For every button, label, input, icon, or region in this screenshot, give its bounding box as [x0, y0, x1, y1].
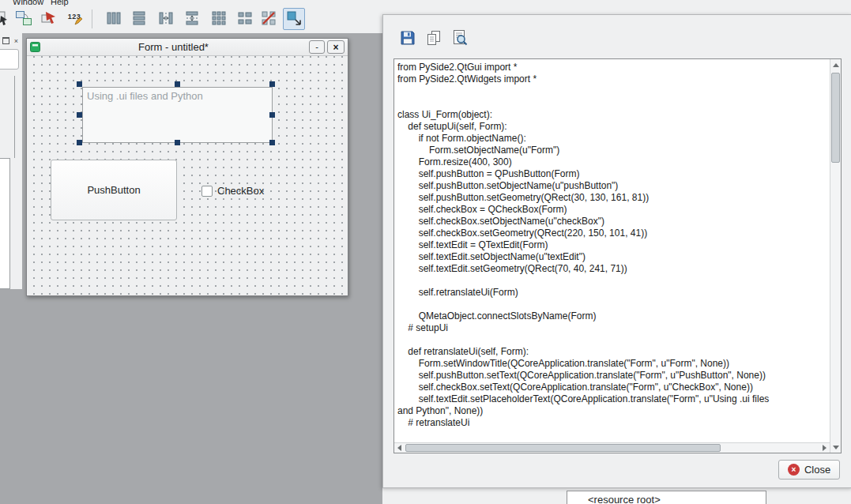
textedit-placeholder: Using .ui files and Python	[83, 88, 272, 104]
dock-panel-edge	[14, 76, 15, 158]
layout-vertical-splitter-icon	[183, 9, 201, 29]
horizontal-scroll-thumb[interactable]	[405, 444, 721, 452]
layout-grid-icon	[210, 9, 228, 29]
form-titlebar[interactable]: Form - untitled* - ×	[27, 39, 348, 56]
form-minimize-button[interactable]: -	[309, 40, 325, 54]
tab-order-button[interactable]: 123	[63, 8, 85, 30]
arrow-down-icon	[833, 446, 839, 449]
edit-buddies-button[interactable]	[38, 8, 60, 30]
selection-handle[interactable]	[269, 112, 275, 118]
edit-signals-slots-button[interactable]	[13, 8, 35, 30]
widget-filter-input[interactable]	[0, 49, 19, 70]
layout-vertical-button[interactable]	[128, 8, 150, 30]
layout-horizontal-splitter-icon	[157, 9, 175, 29]
edit-buddies-icon	[40, 9, 58, 29]
checkbox-label: CheckBox	[217, 185, 264, 197]
find-button[interactable]	[449, 28, 471, 50]
scroll-down-button[interactable]	[830, 442, 841, 453]
main-toolbar: 123	[0, 6, 382, 33]
toolbar-separator	[92, 9, 92, 28]
horizontal-scrollbar[interactable]	[394, 442, 830, 453]
vertical-scroll-thumb[interactable]	[831, 73, 840, 163]
arrow-right-icon	[823, 445, 827, 451]
dock-float-icon	[2, 37, 9, 44]
scroll-left-button[interactable]	[394, 443, 405, 453]
form-designer-window: Form - untitled* - × Using .ui files and…	[26, 38, 348, 296]
close-button-label: Close	[804, 464, 830, 476]
layout-horizontal-icon	[105, 9, 122, 29]
form-close-button[interactable]: ×	[327, 40, 345, 54]
scroll-right-button[interactable]	[819, 443, 830, 453]
widget-box-dock: ×	[0, 33, 22, 289]
pushbutton-widget[interactable]: PushButton	[51, 160, 177, 220]
code-preview-dialog: from PySide2.QtGui import * from PySide2…	[382, 14, 851, 488]
designer-form-icon	[30, 42, 40, 52]
find-icon	[451, 29, 469, 49]
copy-button[interactable]	[423, 28, 445, 50]
break-layout-icon	[260, 9, 277, 29]
textedit-widget[interactable]: Using .ui files and Python	[82, 87, 273, 143]
close-button[interactable]: × Close	[778, 460, 840, 480]
adjust-size-button[interactable]	[283, 8, 305, 30]
selection-handle[interactable]	[77, 140, 82, 145]
pencil-icon	[74, 16, 83, 28]
scroll-up-button[interactable]	[830, 59, 841, 70]
dock-close-icon: ×	[14, 37, 18, 45]
application-window: Window Help 123	[0, 0, 851, 504]
resource-root-item[interactable]: <resource root>	[588, 494, 661, 504]
menubar: Window Help	[0, 0, 851, 6]
selection-handle[interactable]	[175, 81, 180, 87]
dock-float-button[interactable]	[2, 36, 10, 45]
widget-box-list[interactable]	[0, 158, 10, 289]
layout-vertical-splitter-button[interactable]	[181, 8, 203, 30]
close-icon: ×	[788, 464, 800, 476]
checkbox-indicator	[201, 186, 213, 197]
dock-close-button[interactable]: ×	[12, 36, 21, 45]
menu-item-help[interactable]: Help	[51, 0, 69, 6]
form-window-title: Form - untitled*	[40, 41, 307, 53]
layout-form-button[interactable]	[234, 8, 256, 30]
layout-horizontal-button[interactable]	[103, 8, 125, 30]
selection-handle[interactable]	[77, 81, 82, 87]
layout-vertical-icon	[130, 9, 148, 29]
edit-signals-slots-icon	[15, 9, 32, 29]
selection-handle[interactable]	[269, 140, 275, 145]
arrow-up-icon	[833, 63, 839, 67]
save-icon	[399, 29, 416, 49]
menu-item-window[interactable]: Window	[13, 0, 43, 6]
edit-widgets-icon	[0, 9, 10, 29]
edit-widgets-button[interactable]	[0, 8, 13, 30]
arrow-left-icon	[397, 445, 401, 451]
selection-handle[interactable]	[269, 81, 275, 87]
resource-browser-panel: <resource root>	[567, 491, 766, 504]
form-canvas[interactable]: Using .ui files and Python PushButton Ch…	[27, 56, 348, 295]
copy-icon	[425, 29, 442, 49]
vertical-scrollbar[interactable]	[830, 59, 841, 453]
save-button[interactable]	[397, 28, 419, 50]
break-layout-button[interactable]	[258, 8, 280, 30]
selection-handle[interactable]	[175, 140, 180, 145]
layout-grid-button[interactable]	[208, 8, 230, 30]
code-editor[interactable]: from PySide2.QtGui import * from PySide2…	[393, 58, 842, 453]
code-text[interactable]: from PySide2.QtGui import * from PySide2…	[394, 59, 830, 442]
checkbox-widget[interactable]: CheckBox	[201, 175, 264, 207]
selection-handle[interactable]	[77, 112, 82, 118]
layout-horizontal-splitter-button[interactable]	[155, 8, 177, 30]
adjust-size-icon	[285, 9, 303, 29]
pushbutton-label: PushButton	[87, 184, 140, 196]
layout-form-icon	[236, 9, 254, 29]
